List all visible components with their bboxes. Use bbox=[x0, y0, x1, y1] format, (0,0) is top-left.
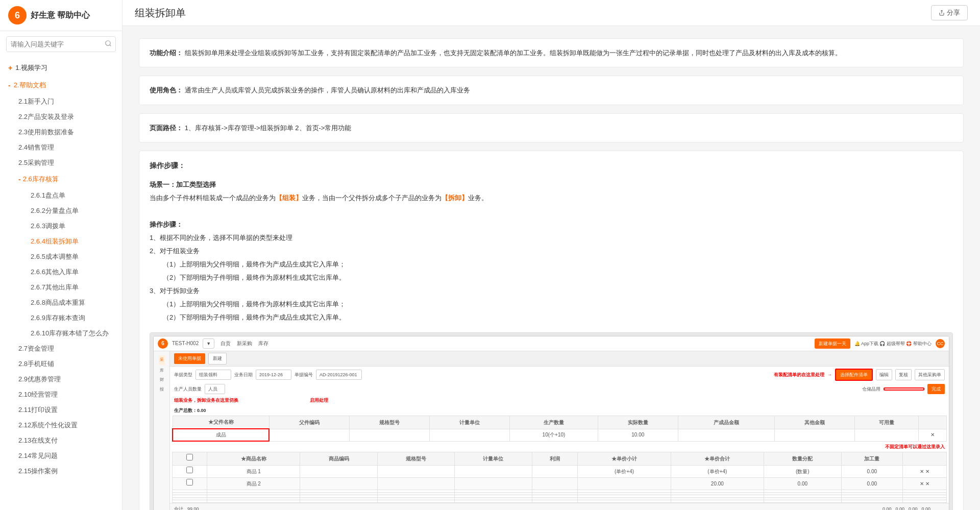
lower-th-8: 数量分配 bbox=[764, 452, 841, 466]
step3: 3、对于拆卸业务 bbox=[150, 284, 953, 298]
sidebar-item-2-15[interactable]: 2.15操作案例 bbox=[0, 464, 122, 479]
search-box[interactable] bbox=[6, 36, 116, 52]
topbar: 组装拆卸单 分享 bbox=[122, 0, 980, 26]
lower-row2-checkbox[interactable] bbox=[186, 479, 193, 485]
lower-row2-name: 商品 2 bbox=[207, 478, 300, 490]
expand-icon-1: + bbox=[8, 64, 12, 72]
upper-th-8: 其他金额 bbox=[775, 416, 855, 429]
mock-new-order-btn[interactable]: 新建单据一天 bbox=[815, 338, 850, 349]
role-label: 使用角色： bbox=[150, 86, 183, 94]
upper-th-6: 实际数量 bbox=[598, 416, 678, 429]
totals-val2: 0.00 bbox=[883, 505, 892, 510]
lower-row2-action[interactable]: ✕ ✕ bbox=[903, 478, 947, 490]
sidebar-item-2-9[interactable]: 2.9优惠券管理 bbox=[0, 372, 122, 387]
app-title: 好生意 帮助中心 bbox=[31, 10, 90, 21]
upper-row-1: 成品 10(个+10) 10.00 bbox=[173, 429, 947, 441]
sidebar-label-2-6: 2.6库存核算 bbox=[23, 175, 59, 184]
lower-row1-checkbox[interactable] bbox=[186, 467, 193, 473]
lower-row1-name: 商品 1 bbox=[207, 466, 300, 478]
mock-input-num[interactable]: AD-20191226-001 bbox=[316, 370, 362, 380]
scene1-desc: 当由多个子件材料组装成一个成品的业务为【组装】业务，当由一个父件拆分成多个子产品… bbox=[150, 191, 953, 205]
lower-th-7: ★单价合计 bbox=[671, 452, 764, 466]
sidebar-item-2-8[interactable]: 2.8手机旺铺 bbox=[0, 356, 122, 372]
mock-tab-new[interactable]: 未使用单据 bbox=[174, 353, 205, 363]
upper-cell-action[interactable]: ✕ bbox=[919, 429, 947, 441]
sidebar-item-2-6-4[interactable]: 2.6.4组装拆卸单 bbox=[0, 234, 122, 249]
logo-icon: 6 bbox=[8, 6, 27, 25]
sidebar-item-2-6[interactable]: - 2.6库存核算 bbox=[0, 171, 122, 188]
lower-row2-code bbox=[300, 478, 377, 490]
lower-row2-subtotal bbox=[578, 478, 671, 490]
sidebar-item-2-11[interactable]: 2.11打印设置 bbox=[0, 402, 122, 418]
mock-input-wh[interactable] bbox=[884, 387, 924, 391]
mock-sidebar: 自贡 采 库 财 报 bbox=[154, 351, 170, 510]
lower-row-7 bbox=[173, 500, 947, 503]
lower-row1-action[interactable]: ✕ ✕ bbox=[903, 466, 947, 478]
totals-val4: 0.00 bbox=[909, 505, 918, 510]
sidebar-item-2-3[interactable]: 2.3使用前数据准备 bbox=[0, 125, 122, 140]
totals-val3: 0.00 bbox=[895, 505, 904, 510]
mock-nav-item-home: 自贡 bbox=[218, 338, 233, 349]
mock-btn-other2[interactable]: 其他采购单 bbox=[915, 369, 945, 380]
path-block: 页面路径： 1、库存核算->库存管理->组装拆卸单 2、首页->常用功能 bbox=[139, 113, 964, 142]
sidebar-item-2-6-9[interactable]: 2.6.9库存账本查询 bbox=[0, 310, 122, 326]
mock-btn-config[interactable]: 选择配件清单 bbox=[835, 369, 873, 381]
sidebar-item-2[interactable]: - 2.帮助文档 bbox=[0, 77, 122, 94]
mock-input-qty[interactable]: 人员 bbox=[205, 384, 225, 394]
lower-row1-total: (单价+4) bbox=[671, 466, 764, 478]
annotation-4: 不固定清单可以通过这里录入 bbox=[885, 443, 945, 451]
sidebar-item-2-5[interactable]: 2.5采购管理 bbox=[0, 155, 122, 171]
upper-th-4: 计量单位 bbox=[430, 416, 510, 429]
sidebar-item-2-6-5[interactable]: 2.6.5成本调整单 bbox=[0, 249, 122, 264]
sidebar-item-2-14[interactable]: 2.14常见问题 bbox=[0, 448, 122, 464]
mock-label-qty: 生产人员数量 bbox=[174, 385, 202, 393]
content-area: 功能介绍： 组装拆卸单用来处理企业组装或拆卸等加工业务，支持有固定装配清单的产品… bbox=[122, 26, 980, 510]
search-input[interactable] bbox=[7, 37, 101, 51]
lower-row1-subtotal: (单价+4) bbox=[578, 466, 671, 478]
mock-input-date[interactable]: 2019-12-26 bbox=[256, 370, 291, 380]
mock-label-num: 单据编号 bbox=[295, 371, 313, 379]
sidebar-item-2-12[interactable]: 2.12系统个性化设置 bbox=[0, 418, 122, 433]
sidebar-item-2-6-7[interactable]: 2.6.7其他出库单 bbox=[0, 280, 122, 295]
mock-btn-other[interactable]: 复核 bbox=[895, 369, 912, 380]
upper-table: ★父件名称 父件编码 规格型号 计量单位 生产数量 实际数量 产成品金额 bbox=[172, 416, 947, 442]
upper-cell-name: 成品 bbox=[173, 429, 269, 441]
sidebar-item-2-6-6[interactable]: 2.6.6其他入库单 bbox=[0, 264, 122, 280]
sidebar-item-2-1[interactable]: 2.1新手入门 bbox=[0, 94, 122, 109]
lower-th-5: 利润 bbox=[532, 452, 578, 466]
search-button[interactable] bbox=[101, 37, 116, 52]
sidebar-item-2-6-2[interactable]: 2.6.2分量盘点单 bbox=[0, 203, 122, 218]
mock-sidebar-item2: 采 bbox=[159, 355, 165, 365]
mock-input-type[interactable]: 组装领料 bbox=[195, 370, 231, 380]
sidebar-item-2-2[interactable]: 2.2产品安装及登录 bbox=[0, 109, 122, 125]
share-button[interactable]: 分享 bbox=[931, 5, 968, 20]
sidebar-item-2-6-10[interactable]: 2.6.10库存账本错了怎么办 bbox=[0, 326, 122, 341]
mock-icons: 🔔 App下载 🎧 超级帮帮 🛟 帮助中心 bbox=[854, 339, 932, 348]
nav-section: + 1.视频学习 - 2.帮助文档 2.1新手入门 2.2产品安装及登录 2.3… bbox=[0, 57, 122, 481]
upper-th-10 bbox=[919, 416, 947, 429]
sidebar-item-2-6-1[interactable]: 2.6.1盘点单 bbox=[0, 188, 122, 203]
step3-sub1: （1）上部明细为父件明细，最终作为原材料生成其它出库单； bbox=[150, 298, 953, 311]
sidebar-item-2-13[interactable]: 2.13在线支付 bbox=[0, 433, 122, 448]
lower-th-checkbox[interactable] bbox=[186, 454, 193, 460]
lower-row1-distrib: (数量) bbox=[764, 466, 841, 478]
lower-row1-unit bbox=[455, 466, 532, 478]
sidebar-item-2-6-8[interactable]: 2.6.8商品成本重算 bbox=[0, 295, 122, 310]
sidebar-item-2-7[interactable]: 2.7资金管理 bbox=[0, 341, 122, 356]
lower-th-1: ★商品名称 bbox=[207, 452, 300, 466]
lower-row2-spec bbox=[377, 478, 454, 490]
mock-btn-edit[interactable]: 编辑 bbox=[876, 369, 892, 380]
sidebar-item-2-4[interactable]: 2.4销售管理 bbox=[0, 140, 122, 155]
mock-sidebar-item3: 库 bbox=[160, 367, 164, 374]
sidebar-item-1[interactable]: + 1.视频学习 bbox=[0, 59, 122, 77]
mock-tab-save[interactable]: 新建 bbox=[208, 353, 227, 364]
upper-th-7: 产成品金额 bbox=[678, 416, 774, 429]
sidebar-item-2-10[interactable]: 2.10经营管理 bbox=[0, 387, 122, 402]
step2: 2、对于组装业务 bbox=[150, 245, 953, 258]
sidebar-item-2-6-3[interactable]: 2.6.3调拨单 bbox=[0, 218, 122, 234]
role-text: 通常由生产人员或库管人员完成拆装业务的操作，库管人员确认原材料的出库和产成品的入… bbox=[185, 86, 470, 94]
sidebar: 6 好生意 帮助中心 + 1.视频学习 - 2.帮助文档 2.1新手入门 2.2… bbox=[0, 0, 122, 510]
path-label: 页面路径： bbox=[150, 124, 183, 132]
sidebar-header: 6 好生意 帮助中心 bbox=[0, 0, 122, 31]
mock-btn-complete[interactable]: 完成 bbox=[927, 384, 945, 394]
